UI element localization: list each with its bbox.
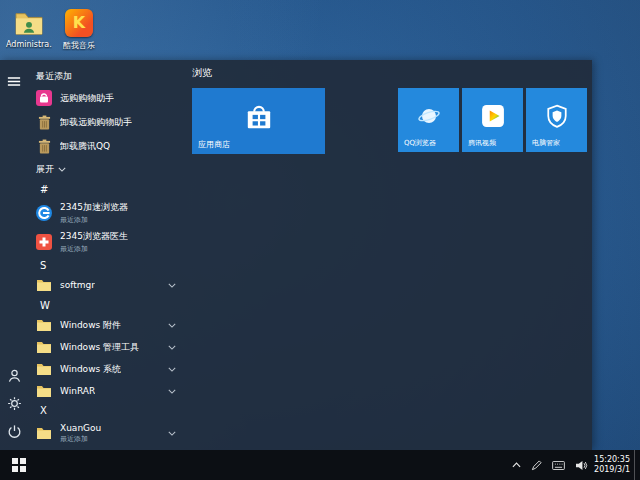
desktop-icon-kuwo-music[interactable]: K 酷我音乐 <box>56 8 102 51</box>
app-item-2345-doctor[interactable]: 2345浏览器医生 最近添加 <box>28 227 188 256</box>
speaker-icon[interactable] <box>575 460 588 471</box>
tile-label: 腾讯视频 <box>468 138 496 148</box>
planet-icon <box>398 94 459 138</box>
folder-item-xuangou[interactable]: XuanGou 最近添加 <box>28 418 188 448</box>
folder-item-softmgr[interactable]: softmgr <box>28 274 188 296</box>
section-letter-w[interactable]: W <box>28 296 188 314</box>
desktop-icon-label: 酷我音乐 <box>56 40 102 51</box>
app-item-2345-browser[interactable]: 2345加速浏览器 最近添加 <box>28 198 188 227</box>
show-desktop-button[interactable] <box>634 450 640 480</box>
uninstall-trash-icon <box>36 114 52 130</box>
tile-group-label[interactable]: 浏览 <box>190 66 590 82</box>
taskbar: 15:20:35 2019/3/1 <box>0 450 640 480</box>
tile-app-store[interactable]: 应用商店 <box>192 88 325 154</box>
user-account-icon[interactable] <box>0 362 28 388</box>
play-icon <box>462 94 523 138</box>
touch-keyboard-icon[interactable] <box>552 461 565 470</box>
app-item-label: 2345浏览器医生 <box>60 230 128 243</box>
tile-tencent-video[interactable]: 腾讯视频 <box>462 88 523 152</box>
recently-added-tag: 最近添加 <box>60 215 128 225</box>
folder-icon <box>36 277 52 293</box>
chevron-down-icon <box>168 389 176 394</box>
start-menu-rail <box>0 60 28 450</box>
folder-item-label: Windows 附件 <box>60 319 121 332</box>
recently-added-header: 最近添加 <box>28 66 188 86</box>
tile-pc-manager[interactable]: 电脑管家 <box>526 88 587 152</box>
folder-icon <box>36 361 52 377</box>
app-item-uninstall-shopping[interactable]: 卸载远购购物助手 <box>28 110 188 134</box>
folder-item-label: XuanGou <box>60 423 101 433</box>
tile-area: 浏览 应用商店 <box>190 66 590 450</box>
folder-icon <box>36 317 52 333</box>
chevron-down-icon <box>168 323 176 328</box>
section-letter-hash[interactable]: # <box>28 180 188 198</box>
folder-item-windows-accessories[interactable]: Windows 附件 <box>28 314 188 336</box>
kuwo-music-icon: K <box>64 8 94 38</box>
section-letter-s[interactable]: S <box>28 256 188 274</box>
app-item-label: 远购购物助手 <box>60 92 114 105</box>
desktop: Administra... K 酷我音乐 最近添加 <box>0 0 640 480</box>
recently-added-tag: 最近添加 <box>60 244 128 254</box>
chevron-up-icon[interactable] <box>512 462 521 468</box>
tile-label: 应用商店 <box>198 139 230 150</box>
taskbar-clock[interactable]: 15:20:35 2019/3/1 <box>594 455 630 475</box>
clock-date: 2019/3/1 <box>594 465 630 475</box>
settings-gear-icon[interactable] <box>0 390 28 416</box>
tile-qq-browser[interactable]: QQ浏览器 <box>398 88 459 152</box>
store-bag-icon <box>192 94 325 140</box>
desktop-icon-label: Administra... <box>6 40 52 49</box>
folder-icon <box>36 425 52 441</box>
start-button[interactable] <box>0 450 38 480</box>
chevron-down-icon <box>168 283 176 288</box>
chevron-down-icon <box>168 345 176 350</box>
power-icon[interactable] <box>0 418 28 444</box>
clock-time: 15:20:35 <box>594 455 630 465</box>
folder-item-label: WinRAR <box>60 386 95 396</box>
shopping-assistant-icon <box>36 90 52 106</box>
app-item-label: 卸载腾讯QQ <box>60 140 110 153</box>
app-item-label: 卸载远购购物助手 <box>60 116 132 129</box>
folder-item-winrar[interactable]: WinRAR <box>28 380 188 402</box>
app-list: 最近添加 远购购物助手 卸载远购购物助手 卸载腾讯QQ <box>28 66 188 450</box>
recently-added-tag: 最近添加 <box>60 434 101 444</box>
chevron-down-icon <box>168 367 176 372</box>
section-letter-x[interactable]: X <box>28 402 188 418</box>
chevron-down-icon <box>168 431 176 436</box>
folder-icon <box>36 383 52 399</box>
shield-icon <box>526 94 587 138</box>
app-item-label: 2345加速浏览器 <box>60 201 128 214</box>
folder-item-label: Windows 系统 <box>60 363 121 376</box>
folder-item-label: Windows 管理工具 <box>60 341 139 354</box>
windows-logo-icon <box>12 458 26 472</box>
tile-label: 电脑管家 <box>532 138 560 148</box>
app-item-shopping-assistant[interactable]: 远购购物助手 <box>28 86 188 110</box>
medical-cross-icon <box>36 234 52 250</box>
desktop-icon-administrator[interactable]: Administra... <box>6 8 52 49</box>
expand-label: 展开 <box>36 163 54 176</box>
hamburger-menu-icon[interactable] <box>0 68 28 94</box>
system-tray <box>512 460 588 471</box>
folder-item-windows-admin-tools[interactable]: Windows 管理工具 <box>28 336 188 358</box>
folder-item-windows-system[interactable]: Windows 系统 <box>28 358 188 380</box>
folder-icon <box>36 339 52 355</box>
app-item-uninstall-qq[interactable]: 卸载腾讯QQ <box>28 134 188 158</box>
start-menu: 最近添加 远购购物助手 卸载远购购物助手 卸载腾讯QQ <box>0 60 592 450</box>
tile-label: QQ浏览器 <box>404 138 436 148</box>
chevron-down-icon <box>58 164 66 174</box>
pen-icon[interactable] <box>531 460 542 471</box>
browser-globe-icon <box>36 205 52 221</box>
uninstall-trash-icon <box>36 138 52 154</box>
expand-toggle[interactable]: 展开 <box>28 158 188 180</box>
user-folder-icon <box>14 8 44 38</box>
folder-item-label: softmgr <box>60 280 95 290</box>
